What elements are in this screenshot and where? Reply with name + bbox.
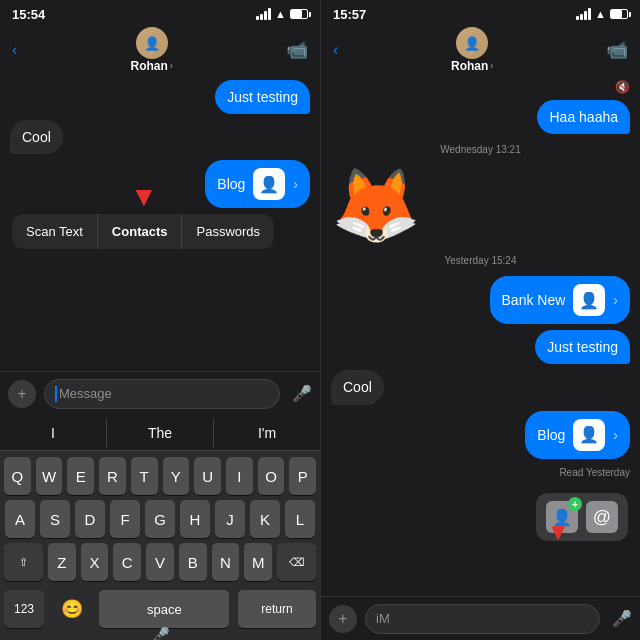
right-message-input[interactable]: iM: [365, 604, 600, 634]
left-message-input[interactable]: Message: [44, 379, 280, 409]
right-input-area: + iM 🎤: [321, 596, 640, 640]
left-msg-cool: Cool: [10, 120, 310, 154]
right-msg-haa-haaha: Haa haaha: [331, 100, 630, 134]
left-msg-blog: Blog 👤 ›: [10, 160, 310, 208]
key-j[interactable]: J: [215, 500, 245, 538]
blog-chevron: ›: [293, 176, 298, 192]
keyboard-rows: Q W E R T Y U I O P A S D F G H J K L: [0, 451, 320, 590]
key-shift[interactable]: ⇧: [4, 543, 43, 581]
key-d[interactable]: D: [75, 500, 105, 538]
left-input-area: + Message 🎤: [0, 371, 320, 415]
right-messages-area: 🔇 Haa haaha Wednesday 13:21 🦊 Yesterday …: [321, 72, 640, 516]
left-add-button[interactable]: +: [8, 380, 36, 408]
suggestion-the[interactable]: The: [107, 419, 214, 447]
left-mic-button[interactable]: 🎤: [292, 384, 312, 403]
key-emoji[interactable]: 😊: [53, 592, 91, 626]
key-x[interactable]: X: [81, 543, 109, 581]
key-t[interactable]: T: [131, 457, 158, 495]
at-symbol-icon: @: [586, 501, 618, 533]
left-msg-just-testing: Just testing: [10, 80, 310, 114]
left-time: 15:54: [12, 7, 45, 22]
keyboard-row-2: A S D F G H J K L: [4, 500, 316, 538]
key-v[interactable]: V: [146, 543, 174, 581]
right-app-bubble-bank-new[interactable]: Bank New 👤 ›: [490, 276, 630, 324]
right-timestamp-yesterday: Yesterday 15:24: [331, 255, 630, 266]
left-back-button[interactable]: ‹: [12, 41, 17, 59]
right-bubble-cool: Cool: [331, 370, 384, 404]
right-add-button[interactable]: +: [329, 605, 357, 633]
key-s[interactable]: S: [40, 500, 70, 538]
left-video-call-button[interactable]: 📹: [286, 39, 308, 61]
right-battery-icon: [610, 9, 628, 19]
left-red-arrow: ▼: [130, 181, 158, 213]
left-bubble-just-testing: Just testing: [215, 80, 310, 114]
key-m[interactable]: M: [244, 543, 272, 581]
battery-icon: [290, 9, 308, 19]
right-time: 15:57: [333, 7, 366, 22]
signal-icon: [256, 8, 271, 20]
key-p[interactable]: P: [289, 457, 316, 495]
key-l[interactable]: L: [285, 500, 315, 538]
key-c[interactable]: C: [113, 543, 141, 581]
input-cursor: [55, 386, 57, 402]
key-k[interactable]: K: [250, 500, 280, 538]
right-suggestion-area: ▼ 👤 + @: [321, 516, 640, 596]
right-msg-blog: Blog 👤 ›: [331, 411, 630, 459]
bank-chevron: ›: [613, 292, 618, 308]
key-b[interactable]: B: [179, 543, 207, 581]
key-o[interactable]: O: [258, 457, 285, 495]
left-app-bubble-blog[interactable]: Blog 👤 ›: [205, 160, 310, 208]
key-e[interactable]: E: [67, 457, 94, 495]
key-r[interactable]: R: [99, 457, 126, 495]
right-name-chevron: ›: [490, 61, 493, 71]
right-app-bubble-blog[interactable]: Blog 👤 ›: [525, 411, 630, 459]
right-wifi-icon: ▲: [595, 8, 606, 20]
right-nav-center: 👤 Rohan ›: [451, 27, 493, 73]
key-w[interactable]: W: [36, 457, 63, 495]
suggestion-im[interactable]: I'm: [214, 419, 320, 447]
key-return[interactable]: return: [238, 590, 316, 628]
left-contact-name[interactable]: Rohan ›: [130, 59, 172, 73]
keyboard-suggestions: I The I'm: [0, 415, 320, 451]
suggestion-i[interactable]: I: [0, 419, 107, 447]
key-delete[interactable]: ⌫: [277, 543, 316, 581]
fox-memoji: 🦊: [331, 169, 421, 241]
right-mic-button[interactable]: 🎤: [612, 609, 632, 628]
right-contact-name[interactable]: Rohan ›: [451, 59, 493, 73]
key-a[interactable]: A: [5, 500, 35, 538]
contacts-menu-item[interactable]: Contacts: [98, 214, 183, 249]
key-mic-bottom[interactable]: 🎤: [150, 626, 170, 641]
key-z[interactable]: Z: [48, 543, 76, 581]
left-input-placeholder: Message: [59, 386, 112, 401]
right-msg-just-testing: Just testing: [331, 330, 630, 364]
mute-icon: 🔇: [615, 80, 630, 94]
right-timestamp-wed: Wednesday 13:21: [331, 144, 630, 155]
green-plus-icon: +: [568, 497, 582, 511]
scan-text-menu-item[interactable]: Scan Text: [12, 214, 98, 249]
left-nav-center: 👤 Rohan ›: [130, 27, 172, 73]
left-avatar: 👤: [136, 27, 168, 59]
right-back-button[interactable]: ‹: [333, 41, 338, 59]
right-signal-icon: [576, 8, 591, 20]
read-label: Read Yesterday: [559, 467, 630, 478]
key-f[interactable]: F: [110, 500, 140, 538]
key-h[interactable]: H: [180, 500, 210, 538]
left-status-icons: ▲: [256, 8, 308, 20]
key-y[interactable]: Y: [163, 457, 190, 495]
keyboard-row-1: Q W E R T Y U I O P: [4, 457, 316, 495]
key-u[interactable]: U: [194, 457, 221, 495]
passwords-menu-item[interactable]: Passwords: [182, 214, 274, 249]
right-blog-app-icon: 👤: [573, 419, 605, 451]
right-input-placeholder: iM: [376, 611, 390, 626]
right-video-call-button[interactable]: 📹: [606, 39, 628, 61]
right-phone-screen: 15:57 ▲ ‹ 👤 Rohan › 📹: [320, 0, 640, 640]
key-numbers[interactable]: 123: [4, 590, 44, 628]
bank-app-icon: 👤: [573, 284, 605, 316]
key-n[interactable]: N: [212, 543, 240, 581]
blog-app-icon: 👤: [253, 168, 285, 200]
key-q[interactable]: Q: [4, 457, 31, 495]
key-i[interactable]: I: [226, 457, 253, 495]
key-g[interactable]: G: [145, 500, 175, 538]
right-status-icons: ▲: [576, 8, 628, 20]
key-space[interactable]: space: [99, 590, 229, 628]
